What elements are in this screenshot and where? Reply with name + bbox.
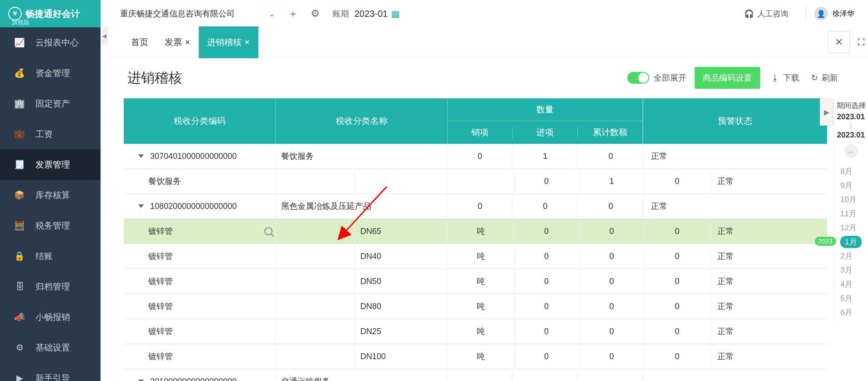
sidebar-item-5[interactable]: 📦库存核算	[0, 180, 101, 210]
table-row[interactable]: 镀锌管DN65吨000正常	[124, 219, 827, 244]
customer-service[interactable]: 🎧 人工咨询	[744, 9, 788, 19]
download-button[interactable]: ⭳ 下载	[771, 72, 799, 83]
cell-name	[276, 294, 355, 319]
sidebar-item-2[interactable]: 🏢固定资产	[0, 88, 101, 119]
month-option[interactable]: 4月	[840, 279, 861, 290]
cell-code: 镀锌管	[124, 344, 276, 369]
sidebar-item-10[interactable]: ⚙基础设置	[0, 332, 101, 363]
collapse-icon[interactable]	[138, 204, 144, 208]
cell-alert: 正常	[710, 219, 827, 244]
table-row[interactable]: 镀锌管DN25吨000正常	[124, 319, 827, 344]
page-header: 进销稽核 全部展开 商品编码设置 ⭳ 下载 ↻ 刷新	[109, 57, 868, 98]
sidebar-icon: 🏢	[14, 98, 25, 109]
table-row[interactable]: 餐饮服务010正常	[124, 169, 827, 194]
month-option[interactable]: 11月	[840, 208, 861, 219]
month-option[interactable]: 20231月	[840, 237, 861, 247]
period-panel-handle[interactable]: ▶	[820, 98, 833, 126]
month-option[interactable]: 5月	[840, 293, 861, 304]
close-all-tabs[interactable]: ✕	[828, 31, 850, 53]
sidebar-item-label: 资金管理	[35, 67, 70, 79]
search-icon[interactable]	[264, 227, 273, 235]
toggle-switch[interactable]	[627, 72, 649, 84]
period-value[interactable]: 2023-01	[354, 9, 388, 19]
month-option[interactable]: 3月	[840, 265, 861, 275]
cell-name	[276, 319, 355, 344]
gear-icon[interactable]: ⚙	[311, 8, 320, 20]
cell-unit: 吨	[448, 294, 514, 319]
cell-code: 3070401000000000000	[124, 144, 276, 168]
expand-toggle[interactable]: 全部展开	[627, 72, 686, 84]
sidebar-icon: 📦	[14, 190, 25, 200]
cell-code: 镀锌管	[124, 269, 276, 294]
cell-out: 0	[514, 244, 579, 269]
refresh-button[interactable]: ↻ 刷新	[811, 72, 838, 83]
sidebar-item-1[interactable]: 💰资金管理	[0, 58, 101, 88]
product-code-settings-button[interactable]: 商品编码设置	[695, 67, 760, 89]
period-label: 账期	[333, 8, 349, 19]
month-option[interactable]: 6月	[840, 307, 861, 318]
cell-alert: 正常	[710, 244, 827, 269]
sidebar-item-label: 基础设置	[35, 342, 70, 354]
sidebar-item-3[interactable]: 💼工资	[0, 119, 101, 149]
cell-unit	[448, 169, 514, 193]
cell-spec: DN65	[355, 219, 448, 244]
table-row[interactable]: 镀锌管DN100吨000正常	[124, 344, 827, 369]
download-icon: ⭳	[771, 73, 779, 83]
tab-1[interactable]: 发票✕	[156, 26, 199, 58]
cell-in: 0	[579, 294, 645, 319]
sidebar-collapse-handle[interactable]: ◀	[101, 27, 108, 45]
company-name[interactable]: 重庆畅捷交通信息咨询有限公司	[120, 8, 235, 19]
table-row[interactable]: 1080200000000000000黑色金属冶炼及压延产品000正常	[124, 194, 827, 219]
tab-label: 发票	[165, 36, 182, 48]
cell-alert: 正常	[710, 269, 827, 294]
sidebar-item-label: 税务管理	[35, 220, 70, 232]
sidebar-item-9[interactable]: 📣小畅报销	[0, 302, 101, 332]
tab-0[interactable]: 首页	[123, 26, 156, 58]
cell-alert: 正常	[710, 294, 827, 319]
sidebar-item-4[interactable]: 🧾发票管理	[0, 149, 101, 180]
cell-cum: 0	[578, 144, 644, 168]
cell-cum: 0	[645, 294, 710, 319]
sidebar-item-0[interactable]: 📈云报表中心	[0, 27, 101, 58]
table-row[interactable]: 镀锌管DN40吨000正常	[124, 244, 827, 269]
cell-alert: 正常	[710, 344, 827, 369]
cell-code: 镀锌管	[124, 319, 276, 344]
sidebar-item-11[interactable]: ▶新手引导	[0, 363, 101, 381]
cell-alert: 正常	[644, 194, 827, 218]
headset-icon: 🎧	[744, 9, 754, 19]
cell-in: 0	[579, 344, 645, 369]
table-row[interactable]: 镀锌管DN50吨000正常	[124, 269, 827, 294]
period-to: 2023.01	[837, 131, 865, 140]
cell-spec: DN80	[355, 294, 448, 319]
month-option[interactable]: 2月	[840, 251, 861, 261]
collapse-icon[interactable]	[138, 154, 144, 158]
table-row[interactable]: 3070401000000000000餐饮服务010正常	[124, 144, 827, 169]
calendar-icon[interactable]: ▦	[391, 8, 400, 19]
scroll-up-icon[interactable]: ︿	[844, 144, 858, 158]
tab-2[interactable]: 进销稽核✕	[199, 26, 258, 58]
cell-name	[276, 269, 355, 294]
chevron-down-icon[interactable]: ⌄	[268, 9, 275, 19]
month-option[interactable]: 10月	[840, 194, 861, 205]
fullscreen-icon[interactable]: ⛶	[854, 31, 868, 53]
month-option[interactable]: 12月	[840, 223, 861, 233]
cell-name: 交通运输服务	[276, 369, 448, 381]
close-icon[interactable]: ✕	[244, 38, 250, 46]
month-option[interactable]: 8月	[840, 166, 861, 177]
plus-icon[interactable]: ＋	[288, 7, 298, 20]
sidebar-item-8[interactable]: 🗄归档管理	[0, 271, 101, 302]
cell-alert: 正常	[710, 319, 827, 344]
table-row[interactable]: 3010000000000000000交通运输服务	[124, 369, 827, 381]
cell-code: 镀锌管	[124, 294, 276, 319]
sidebar-item-label: 库存核算	[35, 189, 70, 201]
username[interactable]: 徐泽华	[833, 9, 854, 19]
sidebar-item-7[interactable]: 🔒结账	[0, 241, 101, 271]
avatar-icon[interactable]: 👤	[814, 7, 828, 20]
cell-in	[513, 369, 578, 381]
cell-out: 0	[448, 194, 513, 218]
sidebar-icon: 🧮	[14, 220, 25, 231]
table-row[interactable]: 镀锌管DN80吨000正常	[124, 294, 827, 319]
sidebar-item-6[interactable]: 🧮税务管理	[0, 210, 101, 241]
month-option[interactable]: 9月	[840, 180, 861, 191]
close-icon[interactable]: ✕	[185, 38, 191, 46]
